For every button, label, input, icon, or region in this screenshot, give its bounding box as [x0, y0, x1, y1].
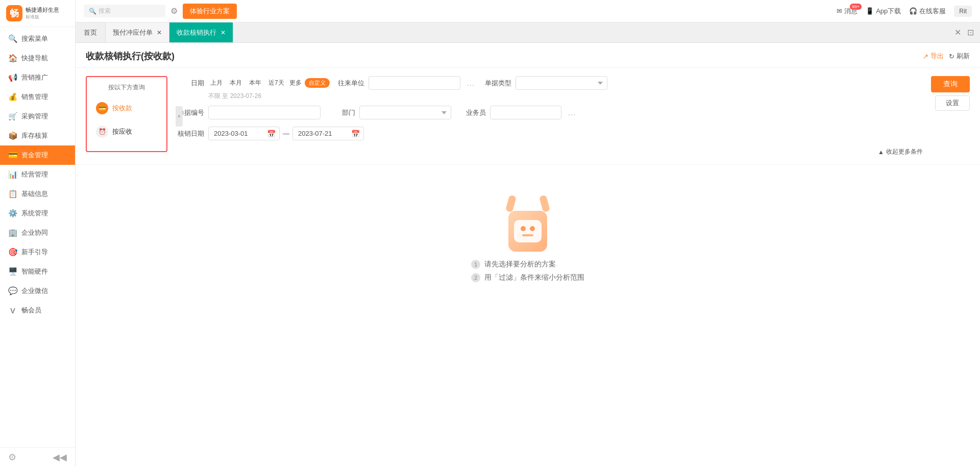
dept-label: 部门	[327, 108, 355, 117]
date-range-dash: —	[283, 130, 289, 137]
collapse-more-btn[interactable]: ▲ 收起更多条件	[176, 148, 923, 156]
app-download-button[interactable]: 📱 App下载	[866, 7, 901, 16]
sidebar-item-label-system: 系统管理	[21, 209, 48, 218]
filter-option-by-receipt[interactable]: 💳 按收款	[91, 98, 162, 118]
message-button[interactable]: ✉ 消息 99+	[837, 7, 857, 16]
sidebar-item-label-basic: 基础信息	[21, 189, 48, 199]
filter-panel-wrap: 按以下方查询 💳 按收款 ⏰ 按应收 «	[86, 76, 176, 156]
filter-option-receivable-label: 按应收	[112, 127, 132, 136]
sidebar-item-inventory[interactable]: 📦 库存核算	[0, 126, 75, 145]
filter-form: 日期 上月 本月 本年 近7天 更多 自定义	[176, 76, 970, 156]
export-button[interactable]: ↗ 导出	[923, 52, 944, 61]
salesperson-field: 业务员 …	[457, 106, 578, 119]
sales-icon: 💰	[8, 92, 17, 102]
date-btn-last-month[interactable]: 上月	[208, 78, 225, 88]
settings-button[interactable]: 设置	[935, 95, 970, 111]
system-icon: ⚙️	[8, 209, 17, 218]
filter-row-date: 日期 上月 本月 本年 近7天 更多 自定义	[176, 76, 923, 90]
page-actions: ↗ 导出 ↻ 刷新	[923, 52, 970, 61]
sidebar-item-search[interactable]: 🔍 搜索菜单	[0, 29, 75, 48]
sidebar-item-marketing[interactable]: 📢 营销推广	[0, 68, 75, 87]
maximize-icon[interactable]: ⊡	[965, 27, 976, 38]
collapse-sidebar-icon[interactable]: ◀◀	[53, 452, 67, 463]
tab-prepay-label: 预付冲应付单	[113, 28, 153, 37]
filter-actions: 查询 设置	[931, 76, 970, 111]
hint-text-1: 请先选择要分析的方案	[484, 260, 556, 269]
tab-prepay[interactable]: 预付冲应付单 ✕	[106, 22, 169, 42]
sidebar-item-quick-nav[interactable]: 🏠 快捷导航	[0, 48, 75, 68]
filter-option-by-receivable[interactable]: ⏰ 按应收	[91, 121, 162, 142]
tab-collection-close[interactable]: ✕	[220, 29, 226, 36]
app-download-label: App下载	[876, 7, 901, 16]
verify-date-range: 📅 — 📅	[208, 127, 364, 140]
robot-left-arm	[505, 195, 517, 213]
settings-icon[interactable]: ⚙	[8, 452, 16, 463]
sidebar-item-label-sales: 销售管理	[21, 92, 48, 102]
gear-icon[interactable]: ⚙	[170, 6, 178, 16]
robot-face	[514, 220, 542, 242]
user-profile[interactable]: Rit	[954, 6, 972, 17]
collapse-filter-btn[interactable]: «	[176, 106, 183, 127]
sidebar-item-wechat[interactable]: 💬 企业微信	[0, 281, 75, 301]
sidebar-item-system[interactable]: ⚙️ 系统管理	[0, 204, 75, 223]
close-tab-icon[interactable]: ✕	[952, 27, 963, 38]
sidebar-item-purchase[interactable]: 🛒 采购管理	[0, 107, 75, 126]
sidebar-item-hardware[interactable]: 🖥️ 智能硬件	[0, 262, 75, 281]
date-btn-7days[interactable]: 近7天	[266, 78, 286, 88]
hint-num-2: 2	[471, 273, 480, 282]
tab-home[interactable]: 首页	[76, 22, 106, 42]
sidebar-item-guide[interactable]: 🎯 新手引导	[0, 242, 75, 262]
sidebar-item-label-guide: 新手引导	[21, 248, 48, 257]
calendar-start-icon[interactable]: 📅	[267, 130, 276, 138]
tab-prepay-close[interactable]: ✕	[157, 29, 162, 36]
date-btn-this-month[interactable]: 本月	[228, 78, 244, 88]
export-label: 导出	[930, 52, 944, 61]
salesperson-more-icon[interactable]: …	[566, 108, 578, 117]
counterparty-input[interactable]	[369, 76, 460, 90]
receivable-icon: ⏰	[96, 126, 108, 138]
date-btn-custom[interactable]: 自定义	[305, 78, 330, 88]
robot-mouth	[522, 234, 533, 236]
empty-hints: 1 请先选择要分析的方案 2 用「过滤」条件来缩小分析范围	[471, 260, 584, 286]
page-title: 收款核销执行(按收款)	[86, 50, 175, 62]
basic-icon: 📋	[8, 189, 17, 199]
salesperson-input[interactable]	[490, 106, 561, 119]
date-btn-this-year[interactable]: 本年	[247, 78, 263, 88]
online-service-button[interactable]: 🎧 在线客服	[909, 7, 946, 16]
search-icon-topbar: 🔍	[89, 8, 96, 15]
empty-state: 1 请先选择要分析的方案 2 用「过滤」条件来缩小分析范围	[76, 165, 980, 317]
message-icon: ✉	[837, 7, 842, 15]
doc-type-label: 单据类型	[483, 79, 511, 88]
member-icon: V	[8, 306, 17, 315]
tab-collection[interactable]: 收款核销执行 ✕	[169, 22, 233, 42]
topbar-search-box[interactable]: 🔍 搜索	[84, 5, 165, 17]
sidebar-item-label-quicknav: 快捷导航	[21, 54, 48, 63]
industry-btn[interactable]: 体验行业方案	[183, 4, 237, 19]
date-more-btn[interactable]: 更多	[289, 79, 302, 87]
sidebar-item-basic[interactable]: 📋 基础信息	[0, 184, 75, 204]
sidebar-item-operation[interactable]: 📊 经营管理	[0, 165, 75, 184]
finance-icon: 💳	[8, 151, 17, 160]
filter-row-doc: 单据编号 部门 业务员	[176, 106, 923, 119]
doc-type-select[interactable]	[516, 76, 607, 90]
sidebar-item-label-wechat: 企业微信	[21, 286, 48, 296]
salesperson-label: 业务员	[457, 108, 486, 117]
doc-num-input[interactable]	[208, 106, 321, 119]
refresh-button[interactable]: ↻ 刷新	[949, 52, 970, 61]
empty-hint-1: 1 请先选择要分析的方案	[471, 260, 584, 269]
sidebar-item-collab[interactable]: 🏢 企业协同	[0, 223, 75, 242]
sidebar-item-sales[interactable]: 💰 销售管理	[0, 87, 75, 107]
calendar-end-icon[interactable]: 📅	[351, 130, 360, 138]
sidebar-item-member[interactable]: V 畅会员	[0, 301, 75, 320]
logo-badge: 标准版	[26, 14, 59, 20]
robot-right-arm	[539, 195, 550, 213]
search-icon: 🔍	[8, 34, 17, 43]
sidebar-item-finance[interactable]: 💳 资金管理	[0, 145, 75, 165]
query-button[interactable]: 查询	[931, 76, 970, 92]
message-badge: 99+	[850, 4, 862, 10]
sidebar-item-label-marketing: 营销推广	[21, 73, 48, 82]
sidebar-item-label-search: 搜索菜单	[21, 34, 48, 43]
dept-select[interactable]	[359, 106, 451, 119]
sidebar: 畅 畅捷通好生意 标准版 🔍 搜索菜单 🏠 快捷导航 📢 营销推广 💰 销售管理…	[0, 0, 76, 467]
counterparty-more-icon[interactable]: …	[464, 79, 477, 88]
